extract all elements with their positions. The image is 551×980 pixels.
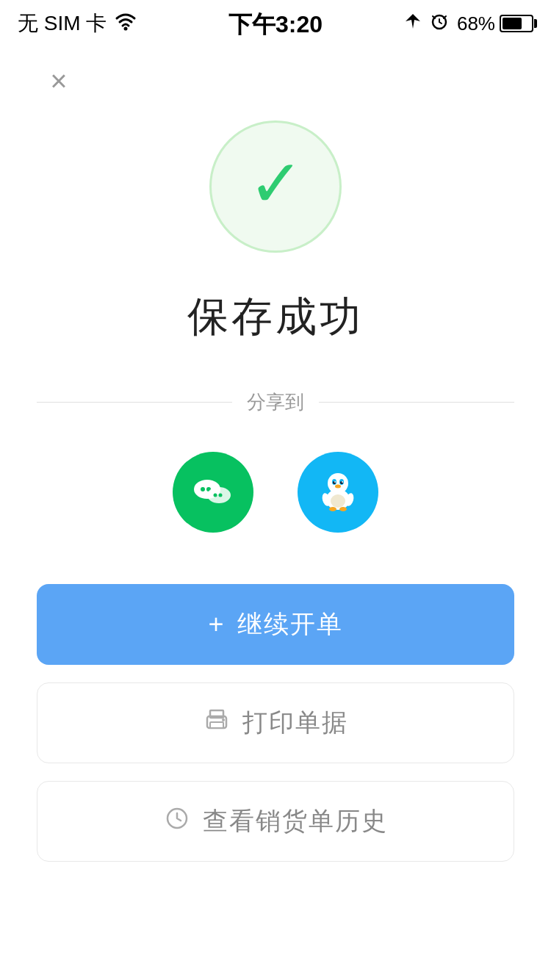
- wifi-icon: [114, 10, 137, 38]
- divider-right: [319, 402, 514, 403]
- success-title: 保存成功: [187, 289, 364, 345]
- svg-point-15: [335, 485, 341, 489]
- continue-label: 继续开单: [237, 608, 343, 641]
- battery-indicator: 68%: [457, 12, 533, 35]
- svg-point-0: [124, 26, 128, 30]
- alarm-icon: [429, 11, 450, 37]
- status-right: 68%: [404, 11, 533, 37]
- carrier-text: 无 SIM 卡: [18, 10, 107, 37]
- print-icon: [203, 706, 231, 741]
- qq-share-button[interactable]: [298, 452, 378, 533]
- action-buttons: + 继续开单 打印单据 查看销货单历史: [37, 584, 514, 862]
- svg-point-17: [331, 494, 345, 508]
- share-divider: 分享到: [37, 389, 514, 415]
- main-content: ✓ 保存成功 分享到: [0, 47, 551, 980]
- success-circle: ✓: [209, 120, 342, 253]
- battery-percentage: 68%: [457, 12, 495, 35]
- svg-rect-24: [210, 722, 223, 728]
- status-left: 无 SIM 卡: [18, 10, 137, 38]
- status-bar: 无 SIM 卡 下午3:20: [0, 0, 551, 47]
- svg-point-7: [219, 494, 223, 497]
- share-icons: [173, 452, 378, 533]
- svg-point-11: [334, 481, 336, 483]
- share-label: 分享到: [247, 389, 304, 415]
- wechat-icon: [188, 467, 238, 517]
- svg-point-3: [201, 487, 205, 491]
- svg-point-25: [222, 718, 225, 721]
- print-label: 打印单据: [242, 706, 348, 740]
- location-icon: [404, 12, 422, 35]
- print-button[interactable]: 打印单据: [37, 682, 514, 763]
- checkmark-icon: ✓: [248, 151, 303, 217]
- history-icon: [163, 804, 191, 839]
- battery-icon: [500, 15, 533, 32]
- continue-button[interactable]: + 继续开单: [37, 584, 514, 665]
- svg-point-6: [214, 494, 217, 497]
- svg-point-18: [329, 507, 336, 511]
- svg-point-14: [342, 481, 343, 483]
- continue-icon: +: [208, 609, 225, 640]
- status-time: 下午3:20: [228, 9, 323, 41]
- wechat-share-button[interactable]: [173, 452, 253, 533]
- qq-icon: [313, 467, 363, 517]
- svg-point-19: [339, 507, 347, 511]
- divider-left: [37, 402, 232, 403]
- history-label: 查看销货单历史: [203, 804, 388, 838]
- history-button[interactable]: 查看销货单历史: [37, 781, 514, 862]
